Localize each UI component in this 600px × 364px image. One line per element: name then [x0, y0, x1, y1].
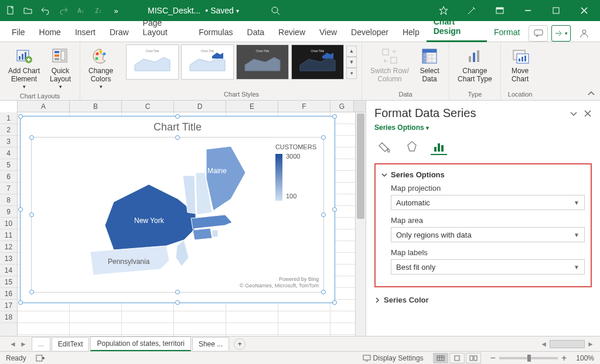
col-b[interactable]: B [70, 101, 122, 112]
sheet-overflow[interactable]: ... [32, 337, 50, 351]
row-6[interactable]: 6 [0, 171, 17, 183]
new-file-icon[interactable] [2, 2, 19, 19]
hscroll-left-button[interactable]: ◄ [540, 340, 547, 348]
account-icon[interactable] [574, 25, 594, 42]
maximize-button[interactable] [543, 0, 570, 21]
styles-up-button[interactable]: ▲ [346, 46, 357, 57]
styles-more-button[interactable]: ▾ [346, 68, 357, 79]
redo-icon[interactable] [55, 2, 71, 19]
zoom-in-button[interactable]: + [561, 353, 567, 363]
pane-collapse-button[interactable] [570, 109, 578, 118]
row-8[interactable]: 8 [0, 194, 17, 206]
map-labels-select[interactable]: Best fit only▼ [391, 259, 585, 274]
tab-insert[interactable]: Insert [68, 23, 103, 42]
quick-layout-button[interactable]: Quick Layout▾ [46, 44, 75, 92]
ribbon-collapse-button[interactable] [587, 90, 595, 98]
row-15[interactable]: 15 [0, 276, 17, 288]
row-16[interactable]: 16 [0, 288, 17, 300]
page-layout-view-button[interactable] [449, 353, 465, 363]
row-9[interactable]: 9 [0, 206, 17, 218]
sort-desc-icon[interactable]: Z↓ [90, 2, 107, 19]
chart-plot-area[interactable]: Maine New York Pennsylvania CUSTOMERS 30… [32, 138, 323, 284]
macro-record-icon[interactable] [36, 354, 45, 362]
row-3[interactable]: 3 [0, 136, 17, 147]
save-state[interactable]: • Saved ▾ [205, 6, 239, 15]
zoom-slider[interactable]: − + [490, 353, 567, 363]
col-f[interactable]: F [278, 101, 330, 112]
col-d[interactable]: D [174, 101, 226, 112]
zoom-out-button[interactable]: − [490, 353, 496, 363]
tab-help[interactable]: Help [396, 23, 427, 42]
ribbon-display-icon[interactable] [486, 0, 513, 21]
chart-style-2[interactable]: Chart Title [181, 44, 234, 80]
move-chart-button[interactable]: Move Chart [506, 44, 535, 86]
chart-title[interactable]: Chart Title [21, 116, 335, 136]
add-chart-element-button[interactable]: Add Chart Element▾ [5, 44, 43, 92]
select-all-button[interactable] [0, 101, 18, 112]
row-4[interactable]: 4 [0, 147, 17, 159]
pane-effects-icon[interactable] [404, 139, 420, 155]
row-17[interactable]: 17 [0, 300, 17, 311]
col-a[interactable]: A [18, 101, 70, 112]
vertical-scrollbar[interactable] [355, 112, 366, 336]
hscroll-right-button[interactable]: ► [587, 340, 594, 348]
tab-developer[interactable]: Developer [344, 23, 396, 42]
map-area-select[interactable]: Only regions with data▼ [391, 227, 585, 242]
share-button[interactable]: ▾ [551, 25, 571, 42]
comments-button[interactable] [529, 25, 548, 42]
sheet-tab-shee[interactable]: Shee ... [192, 337, 229, 351]
chart-object[interactable]: Chart Title [20, 116, 335, 303]
col-e[interactable]: E [226, 101, 278, 112]
sheet-tab-edittext[interactable]: EditText [52, 337, 90, 351]
close-button[interactable] [571, 0, 598, 21]
display-settings-button[interactable]: Display Settings [363, 354, 424, 362]
row-10[interactable]: 10 [0, 218, 17, 229]
sort-asc-icon[interactable]: A↓ [73, 2, 89, 19]
row-12[interactable]: 12 [0, 241, 17, 253]
pane-close-button[interactable] [584, 109, 592, 118]
tab-file[interactable]: File [5, 23, 32, 42]
row-2[interactable]: 2 [0, 124, 17, 136]
series-color-header[interactable]: Series Color [374, 296, 592, 304]
horizontal-scrollbar[interactable] [550, 340, 585, 348]
row-7[interactable]: 7 [0, 183, 17, 194]
col-g[interactable]: G [330, 101, 354, 112]
row-1[interactable]: 1 [0, 112, 17, 124]
styles-down-button[interactable]: ▼ [346, 57, 357, 68]
tab-page-layout[interactable]: Page Layout [136, 13, 192, 42]
sheet-tab-population[interactable]: Population of states, territori [90, 336, 190, 351]
pane-subtitle[interactable]: Series Options ▾ [374, 123, 592, 132]
qat-overflow-icon[interactable]: » [108, 2, 124, 19]
row-13[interactable]: 13 [0, 253, 17, 265]
sheet-prev-button[interactable]: ◄ [9, 340, 16, 348]
tab-chart-design[interactable]: Chart Design [427, 12, 487, 42]
open-file-icon[interactable] [20, 2, 36, 19]
select-data-button[interactable]: Select Data [415, 44, 444, 86]
sheet-add-button[interactable]: + [234, 338, 246, 350]
row-18[interactable]: 18 [0, 311, 17, 323]
row-14[interactable]: 14 [0, 265, 17, 276]
chart-legend[interactable]: CUSTOMERS 3000 100 [275, 143, 316, 202]
chart-style-1[interactable]: Chart Title [126, 44, 179, 80]
tab-home[interactable]: Home [32, 23, 68, 42]
col-c[interactable]: C [122, 101, 174, 112]
pane-fill-icon[interactable] [377, 139, 393, 155]
change-chart-type-button[interactable]: Change Chart Type [454, 44, 495, 86]
change-colors-button[interactable]: Change Colors▾ [85, 44, 117, 92]
chart-style-3[interactable]: Chart Title [236, 44, 289, 80]
undo-icon[interactable] [38, 2, 54, 19]
grid-area[interactable]: Chart Title [18, 112, 355, 336]
tab-data[interactable]: Data [240, 23, 272, 42]
row-11[interactable]: 11 [0, 229, 17, 241]
tab-formulas[interactable]: Formulas [192, 23, 240, 42]
tab-view[interactable]: View [312, 23, 344, 42]
minimize-button[interactable] [514, 0, 541, 21]
tab-draw[interactable]: Draw [103, 23, 136, 42]
normal-view-button[interactable] [433, 353, 448, 363]
tab-format[interactable]: Format [487, 23, 527, 42]
sheet-next-button[interactable]: ► [20, 340, 27, 348]
zoom-level[interactable]: 100% [576, 354, 594, 362]
chart-style-4[interactable]: Chart Title [291, 44, 344, 80]
search-icon[interactable] [267, 2, 284, 19]
page-break-view-button[interactable] [466, 353, 481, 363]
